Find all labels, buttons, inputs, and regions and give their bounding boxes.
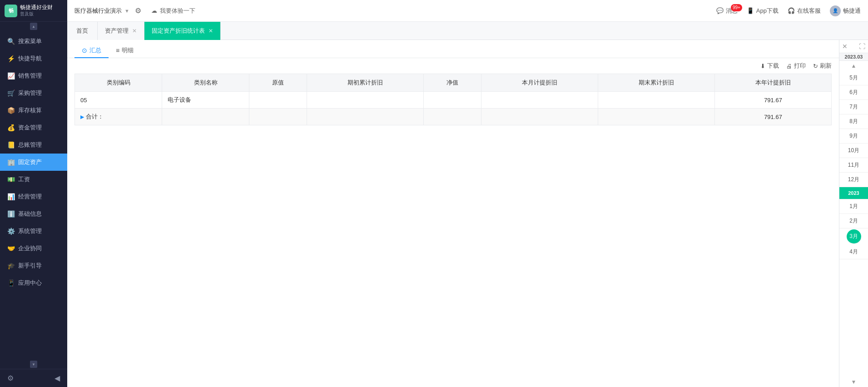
download-btn[interactable]: ⬇ 下载 <box>760 62 779 70</box>
sub-tab-label: 明细 <box>122 46 134 55</box>
sidebar-scroll-down[interactable]: ▼ <box>30 361 37 368</box>
month-item[interactable]: 11月 <box>839 158 868 173</box>
enterprise-nav-icon: 🤝 <box>7 245 15 252</box>
company-selector[interactable]: 医疗器械行业演示 ▼ <box>74 7 129 15</box>
ledger-nav-icon: 📒 <box>7 141 15 149</box>
month-item[interactable]: 8月 <box>839 114 868 129</box>
content-area: ⊙ 汇总≡ 明细 ⬇ 下载 🖨 打印 ↻ 刷新 <box>67 40 868 387</box>
sidebar-item-label: 新手引导 <box>18 262 42 270</box>
year-marker: 2023 <box>839 187 868 199</box>
collapse-sidebar-icon[interactable]: ◀ <box>55 374 60 382</box>
company-name: 医疗器械行业演示 <box>74 7 122 15</box>
user-menu[interactable]: 👤 畅捷通 <box>830 5 861 16</box>
sidebar-item-label: 工资 <box>18 175 30 184</box>
sidebar-item-purchase[interactable]: 🛒 采购管理 <box>0 84 67 102</box>
month-item[interactable]: 10月 <box>839 144 868 158</box>
sidebar-item-system[interactable]: ⚙️ 系统管理 <box>0 223 67 240</box>
sidebar-item-sales[interactable]: 📈 销售管理 <box>0 67 67 84</box>
sidebar-item-inventory[interactable]: 📦 库存核算 <box>0 102 67 119</box>
sidebar-item-finance[interactable]: 💰 资金管理 <box>0 119 67 136</box>
sidebar-item-label: 系统管理 <box>18 227 42 235</box>
sub-tab-detail[interactable]: ≡ 明细 <box>109 44 141 58</box>
panel-close-icon[interactable]: ✕ <box>842 43 848 50</box>
table-wrapper: 类别编码类别名称原值期初累计折旧净值本月计提折旧期末累计折旧本年计提折旧05电子… <box>67 74 839 387</box>
table-cell: 05 <box>75 92 162 109</box>
customer-service-btn[interactable]: 🎧 在线客服 <box>788 7 821 15</box>
experience-text: 我要体验一下 <box>160 7 195 15</box>
table-cell <box>307 92 424 109</box>
sidebar-item-label: 基础信息 <box>18 210 42 218</box>
appcenter-nav-icon: 📱 <box>7 279 15 287</box>
panel-header: ✕ ⛶ <box>839 40 868 53</box>
month-item[interactable]: 9月 <box>839 129 868 144</box>
headset-icon: 🎧 <box>788 7 795 14</box>
month-item[interactable]: 6月 <box>839 85 868 100</box>
sidebar-scroll-up[interactable]: ▲ <box>30 23 37 30</box>
refresh-btn[interactable]: ↻ 刷新 <box>813 62 832 70</box>
month-item[interactable]: 1月 <box>839 199 868 214</box>
month-item[interactable]: 4月 <box>839 245 868 259</box>
month-item[interactable]: 7月 <box>839 100 868 114</box>
finance-nav-icon: 💰 <box>7 124 15 131</box>
table-cell <box>249 92 307 109</box>
col-header: 类别名称 <box>162 74 249 92</box>
summary-subtab-icon: ⊙ <box>82 47 87 54</box>
app-download-btn[interactable]: 📱 App下载 <box>747 7 779 15</box>
month-list: 5月6月7月8月9月10月11月12月20231月2月3月4月 <box>839 71 868 377</box>
inventory-nav-icon: 📦 <box>7 107 15 114</box>
sidebar-header: 畅 畅捷通好业财 普及版 <box>0 0 67 22</box>
content-toolbar: ⬇ 下载 🖨 打印 ↻ 刷新 <box>67 58 839 74</box>
sidebar-item-enterprise[interactable]: 🤝 企业协同 <box>0 240 67 257</box>
sidebar-item-operations[interactable]: 📊 经营管理 <box>0 188 67 205</box>
tab-close-icon[interactable]: ✕ <box>208 28 213 34</box>
tab-label: 首页 <box>76 27 88 35</box>
sidebar-item-label: 快捷导航 <box>18 55 42 63</box>
sub-tab-label: 汇总 <box>89 46 101 55</box>
tab-depreciation[interactable]: 固定资产折旧统计表 ✕ <box>144 22 221 40</box>
sidebar-item-ledger[interactable]: 📒 总账管理 <box>0 136 67 154</box>
total-cell <box>481 109 598 125</box>
month-scroll-up-btn[interactable]: ▲ <box>839 61 868 71</box>
sidebar-item-label: 经营管理 <box>18 193 42 201</box>
total-cell <box>424 109 481 125</box>
sub-tabs: ⊙ 汇总≡ 明细 <box>67 40 839 58</box>
sidebar-item-payroll[interactable]: 💵 工资 <box>0 171 67 188</box>
current-date-label: 2023.03 <box>839 53 868 61</box>
month-item[interactable]: 12月 <box>839 173 868 187</box>
panel-expand-icon[interactable]: ⛶ <box>859 43 865 50</box>
sidebar-item-search[interactable]: 🔍 搜索菜单 <box>0 33 67 50</box>
sidebar-footer: ⚙ ◀ <box>0 369 67 387</box>
message-btn[interactable]: 💬 消息 99+ <box>716 7 738 15</box>
total-label: ▶合计： <box>75 109 162 125</box>
settings-icon[interactable]: ⚙ <box>7 374 14 382</box>
message-icon: 💬 <box>716 7 724 14</box>
tab-assets[interactable]: 资产管理 ✕ <box>98 22 144 40</box>
download-icon: ⬇ <box>760 63 765 69</box>
topbar-settings-icon[interactable]: ⚙ <box>135 6 141 15</box>
total-expand-icon[interactable]: ▶ <box>80 114 84 119</box>
sidebar-item-quicknav[interactable]: ⚡ 快捷导航 <box>0 50 67 67</box>
month-scroll-down-btn[interactable]: ▼ <box>839 377 868 387</box>
tab-home[interactable]: 首页 <box>67 22 98 40</box>
experience-btn[interactable]: ☁ 我要体验一下 <box>147 5 200 17</box>
app-download-label: App下载 <box>756 7 779 15</box>
purchase-nav-icon: 🛒 <box>7 89 15 97</box>
sidebar-item-basicinfo[interactable]: ℹ️ 基础信息 <box>0 205 67 223</box>
sidebar: 畅 畅捷通好业财 普及版 ▲ 🔍 搜索菜单⚡ 快捷导航📈 销售管理🛒 采购管理📦… <box>0 0 67 387</box>
month-item[interactable]: 3月 <box>847 229 861 244</box>
tab-close-icon[interactable]: ✕ <box>132 28 137 34</box>
username: 畅捷通 <box>843 7 861 15</box>
quicknav-nav-icon: ⚡ <box>7 55 15 62</box>
month-item[interactable]: 2月 <box>839 214 868 228</box>
cloud-icon: ☁ <box>151 7 157 14</box>
month-item[interactable]: 5月 <box>839 71 868 85</box>
print-btn[interactable]: 🖨 打印 <box>786 62 806 70</box>
col-header: 期末累计折旧 <box>598 74 715 92</box>
sub-tab-summary[interactable]: ⊙ 汇总 <box>74 44 109 58</box>
sidebar-item-label: 采购管理 <box>18 89 42 97</box>
depreciation-table: 类别编码类别名称原值期初累计折旧净值本月计提折旧期末累计折旧本年计提折旧05电子… <box>74 74 832 125</box>
sidebar-item-fixedassets[interactable]: 🏢 固定资产 <box>0 154 67 171</box>
sidebar-item-newguide[interactable]: 🎓 新手引导 <box>0 257 67 274</box>
sidebar-item-appcenter[interactable]: 📱 应用中心 <box>0 274 67 292</box>
newguide-nav-icon: 🎓 <box>7 262 15 269</box>
